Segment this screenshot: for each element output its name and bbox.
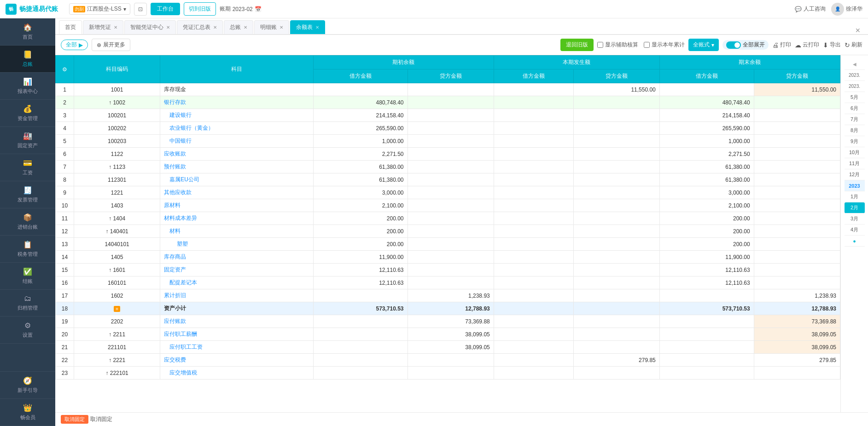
- month-12[interactable]: 12月: [845, 169, 865, 180]
- subject-link[interactable]: 银行存款: [164, 99, 186, 105]
- month-8[interactable]: 8月: [845, 125, 865, 136]
- month-4[interactable]: 4月: [845, 225, 865, 236]
- tab-ledger-close[interactable]: ✕: [244, 25, 247, 30]
- sidebar-item-home[interactable]: 🏠 首页: [0, 18, 55, 46]
- subject-link[interactable]: 应付账款: [164, 318, 186, 324]
- subject-link[interactable]: 中国银行: [169, 138, 192, 144]
- tab-home[interactable]: 首页: [59, 20, 82, 34]
- tab-new-voucher-label: 新增凭证: [89, 23, 111, 31]
- copy-icon[interactable]: ⊡: [134, 3, 147, 16]
- unfix-button[interactable]: 取消固定: [61, 415, 88, 424]
- subject-link[interactable]: 材料: [169, 228, 181, 234]
- open-credit: [408, 122, 494, 135]
- table-row: 14 1405 库存商品 11,900.00 11,900.00: [56, 251, 840, 264]
- subject-link[interactable]: 建设银行: [169, 112, 192, 118]
- sidebar-item-ledger[interactable]: 📒 总账: [0, 46, 55, 73]
- subject-link[interactable]: 原材料: [164, 202, 181, 208]
- month-5[interactable]: 5月: [845, 92, 865, 103]
- close-all-button[interactable]: ✕: [851, 27, 864, 34]
- month-11[interactable]: 11月: [845, 158, 865, 169]
- tab-balance-close[interactable]: ✕: [315, 25, 319, 30]
- funds-icon: 💰: [23, 104, 32, 113]
- ytd-checkbox-input[interactable]: [644, 42, 650, 48]
- subject-link[interactable]: 应交税费: [164, 357, 186, 363]
- subject-link[interactable]: 预付账款: [164, 163, 186, 170]
- month-9[interactable]: 9月: [845, 136, 865, 147]
- calendar-icon[interactable]: 📅: [255, 6, 262, 12]
- tab-smart-center-close[interactable]: ✕: [166, 25, 170, 30]
- sidebar-item-invoice[interactable]: 🧾 发票管理: [0, 181, 55, 208]
- aux-checkbox-input[interactable]: [597, 42, 603, 48]
- month-2-active[interactable]: 2月: [845, 202, 865, 213]
- subject-link[interactable]: 农业银行（黄金）: [169, 125, 214, 131]
- sidebar-item-purchase[interactable]: 📦 进销台账: [0, 208, 55, 236]
- month-7[interactable]: 7月: [845, 114, 865, 125]
- show-ytd-checkbox[interactable]: 显示本年累计: [644, 41, 685, 49]
- expand-all-toggle[interactable]: 全部展开: [722, 40, 769, 50]
- tab-bar: 首页 新增凭证 ✕ 智能凭证中心 ✕ 凭证汇总表 ✕ 总账 ✕ 明细账 ✕: [55, 18, 868, 35]
- toggle-switch[interactable]: [726, 41, 741, 49]
- subject-link[interactable]: 库存商品: [164, 253, 186, 260]
- month-10[interactable]: 10月: [845, 147, 865, 158]
- tab-detail-close[interactable]: ✕: [280, 25, 283, 30]
- table-row: 8 112301 嘉属EU公司 61,380.00 61,380.00: [56, 173, 840, 186]
- sidebar-item-settle[interactable]: ✅ 结账: [0, 263, 55, 290]
- sidebar-item-guide[interactable]: 🧭 新手引导: [0, 371, 55, 399]
- subject-link[interactable]: 应付职工工资: [169, 344, 203, 350]
- tab-ledger[interactable]: 总账 ✕: [224, 20, 253, 34]
- th-end-debit: 借方金额: [659, 69, 754, 83]
- subject-link[interactable]: 应付职工薪酬: [164, 331, 197, 337]
- expand-right-button[interactable]: ◀: [845, 59, 865, 70]
- company-selector[interactable]: 勿副 江西股垒-LSS ▾: [69, 3, 130, 15]
- tab-detail[interactable]: 明细账 ✕: [254, 20, 289, 34]
- tab-home-label: 首页: [65, 23, 76, 31]
- sidebar-item-funds[interactable]: 💰 资金管理: [0, 100, 55, 127]
- end-debit: [659, 341, 754, 354]
- tab-new-voucher[interactable]: 新增凭证 ✕: [83, 20, 123, 34]
- show-aux-checkbox[interactable]: 显示辅助核算: [597, 41, 638, 49]
- subject-code: 1602: [74, 289, 160, 302]
- subject-link[interactable]: 应收账款: [164, 150, 186, 157]
- th-gear[interactable]: ⚙: [56, 56, 74, 83]
- month-3[interactable]: 3月: [845, 213, 865, 225]
- cur-debit: [494, 367, 573, 380]
- print-action[interactable]: 🖨 打印: [772, 41, 791, 49]
- full-format-button[interactable]: 全账式 ▾: [688, 39, 719, 51]
- tab-voucher-summary-close[interactable]: ✕: [213, 25, 217, 30]
- subject-link[interactable]: 其他应收款: [164, 189, 192, 196]
- subject-link[interactable]: 累计折旧: [164, 292, 186, 299]
- tab-new-voucher-close[interactable]: ✕: [114, 25, 117, 30]
- sidebar-item-archive[interactable]: 🗂 归档管理: [0, 290, 55, 317]
- subject-link[interactable]: 嘉属EU公司: [169, 176, 199, 183]
- subject-link[interactable]: 塑塑: [177, 241, 188, 247]
- sidebar-item-reports[interactable]: 📊 报表中心: [0, 73, 55, 100]
- sidebar-item-assets[interactable]: 🏭 固定资产: [0, 127, 55, 154]
- sidebar-item-member[interactable]: 👑 畅会员: [0, 399, 55, 426]
- sidebar-item-salary[interactable]: 💳 工资: [0, 154, 55, 181]
- subject-link[interactable]: 材料成本差异: [164, 215, 197, 221]
- export-action[interactable]: ⬇ 导出: [823, 41, 841, 49]
- month-6[interactable]: 6月: [845, 103, 865, 114]
- return-old-button[interactable]: 退回旧版: [560, 39, 594, 51]
- year-2023[interactable]: 2023: [845, 180, 865, 191]
- subject-link[interactable]: 配提差记本: [169, 279, 197, 286]
- workbench-button[interactable]: 工作台: [151, 3, 180, 15]
- refresh-action[interactable]: ↻ 刷新: [845, 41, 862, 49]
- tab-voucher-summary[interactable]: 凭证汇总表 ✕: [177, 20, 223, 34]
- all-filter[interactable]: 全部 ▶: [61, 40, 88, 50]
- tab-balance[interactable]: 余额表 ✕: [290, 20, 325, 34]
- switch-version-button[interactable]: 切到旧版: [184, 2, 216, 16]
- table-wrapper: ⚙ 科目编码 科目 期初余额 本期发生额 期末余额 借方金额 贷方金额 借方金额…: [55, 55, 840, 412]
- subject-link[interactable]: 固定资产: [164, 266, 186, 273]
- ai-consult[interactable]: 💬 人工咨询: [795, 5, 826, 13]
- sidebar-item-settings[interactable]: ⚙ 设置: [0, 317, 55, 344]
- expand-button[interactable]: ⊕ 展开更多: [92, 39, 130, 51]
- sidebar-item-tax[interactable]: 📋 税务管理: [0, 236, 55, 263]
- cloud-print-action[interactable]: ☁ 云打印: [795, 41, 819, 49]
- month-1[interactable]: 1月: [845, 191, 865, 202]
- sidebar-label-reports: 报表中心: [17, 88, 38, 95]
- tab-smart-center[interactable]: 智能凭证中心 ✕: [124, 20, 176, 34]
- end-credit: 11,550.00: [754, 83, 840, 96]
- user-profile[interactable]: 👤 徐泽华: [831, 3, 862, 16]
- subject-link[interactable]: 应交增值税: [169, 369, 197, 376]
